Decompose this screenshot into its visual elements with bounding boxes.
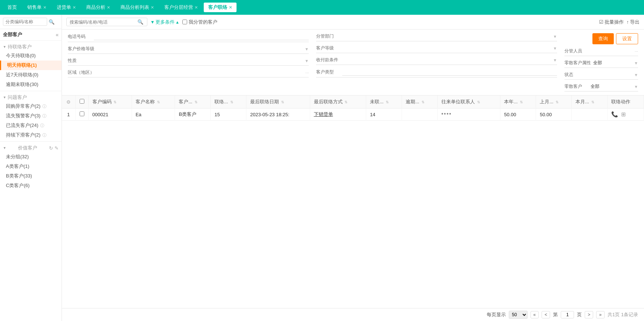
sidebar-item-declining[interactable]: 持续下滑客户(2) ⓘ: [0, 130, 62, 140]
nav-customer-tier-close[interactable]: ✕: [195, 5, 198, 10]
th-last-date[interactable]: 最后联络日期 ⇅: [246, 96, 310, 108]
filter-col3: 查询 设置 分管人员 ··· 零散客户属性 全部 ▼ 状态: [564, 33, 638, 92]
th-code[interactable]: 客户编码 ⇅: [88, 96, 132, 108]
my-customers-checkbox[interactable]: [182, 20, 187, 24]
td-contact-count: 15: [211, 108, 246, 121]
th-uncontacted[interactable]: 未联... ⇅: [366, 96, 402, 108]
search-submit-icon[interactable]: 🔍: [137, 19, 143, 25]
sidebar-item-churn-warn[interactable]: 流失预警客户(3) ⓘ: [0, 111, 62, 121]
th-contact-count[interactable]: 联络... ⇅: [211, 96, 246, 108]
value-group-refresh[interactable]: ↻: [49, 145, 53, 151]
reset-btn[interactable]: 设置: [616, 33, 638, 44]
divider-2: [0, 91, 62, 91]
payment-chevron[interactable]: ▼: [553, 58, 557, 62]
settings-icon[interactable]: ⚙: [66, 99, 71, 105]
sidebar-search-input[interactable]: [3, 18, 47, 26]
search-bar: 🔍 ▼ 更多条件 ▲ 我分管的客户 ☑ 批量操作 ↑ 导出: [62, 15, 644, 30]
filter-person: 分管人员 ···: [564, 48, 638, 56]
sidebar-problem-group: 问题客户: [0, 93, 62, 101]
th-unit-contact[interactable]: 往来单位联系人 ⇅: [438, 96, 500, 108]
filter-nature: 性质 ▼: [68, 58, 309, 66]
sidebar-item-overdue[interactable]: 逾期未联络(30): [0, 80, 62, 89]
td-type: B类客户: [175, 108, 211, 121]
th-current-month[interactable]: 本月... ⇅: [572, 96, 608, 108]
grid-icon[interactable]: ⊞: [621, 111, 626, 118]
td-last-month: 50.00: [536, 108, 572, 121]
th-last-method[interactable]: 最后联络方式 ⇅: [310, 96, 366, 108]
bulk-op-btn[interactable]: ☑ 批量操作: [599, 19, 624, 25]
customer-level-chevron[interactable]: ▼: [553, 46, 557, 51]
filter-customer-level: 客户等级 ▼: [316, 45, 557, 53]
price-level-chevron[interactable]: ▼: [305, 47, 309, 51]
td-checkbox: [75, 108, 88, 121]
nav-purchase[interactable]: 进货单 ✕: [52, 3, 80, 12]
scattered-chevron[interactable]: ▼: [634, 84, 638, 89]
table-header-row: ⚙ 客户编码 ⇅ 客户名称 ⇅ 客户... ⇅ 联络... ⇅ 最后联络日期 ⇅…: [62, 96, 644, 108]
td-current-month: [572, 108, 608, 121]
sidebar-item-b-class[interactable]: B类客户(33): [0, 171, 62, 181]
scattered-attr-chevron[interactable]: ▼: [634, 61, 638, 65]
nav-customer-contact[interactable]: 客户联络 ✕: [204, 3, 237, 12]
nature-chevron[interactable]: ▼: [305, 59, 309, 63]
select-all-checkbox[interactable]: [80, 99, 84, 104]
sidebar-item-week[interactable]: 近7天待联络(0): [0, 70, 62, 80]
first-page-btn[interactable]: «: [531, 311, 539, 318]
td-overdue: [402, 108, 438, 121]
status-chevron[interactable]: ▼: [634, 73, 638, 77]
th-checkbox: [75, 96, 88, 108]
person-dots[interactable]: ···: [635, 49, 638, 54]
filter-phone-input[interactable]: [94, 33, 309, 40]
td-last-date: 2023-05-23 18:25:: [246, 108, 310, 121]
th-current-year[interactable]: 本年... ⇅: [500, 96, 536, 108]
filter-col1: 电话号码 客户价格等级 ▼ 性质 ▼ 区域（地区）: [68, 33, 309, 77]
nav-sales[interactable]: 销售单 ✕: [23, 3, 51, 12]
td-last-method[interactable]: 下销货单: [310, 108, 366, 121]
nav-product-analysis[interactable]: 商品分析 ✕: [82, 3, 115, 12]
nav-customer-tier[interactable]: 客户分层经营 ✕: [160, 3, 202, 12]
filter-customer-type-input[interactable]: [342, 69, 557, 76]
page-size-select[interactable]: 50 100 200: [509, 311, 528, 319]
sidebar-item-tomorrow[interactable]: 明天待联络(1): [0, 61, 62, 70]
sidebar-item-today[interactable]: 今天待联络(0): [0, 51, 62, 61]
value-group-edit[interactable]: ✎: [55, 145, 59, 151]
dept-chevron[interactable]: ▼: [553, 34, 557, 39]
total-records: 共1页 1条记录: [608, 311, 638, 318]
nav-product-list[interactable]: 商品分析列表 ✕: [116, 3, 158, 12]
export-btn[interactable]: ↑ 导出: [627, 19, 640, 25]
next-page-btn[interactable]: >: [585, 311, 593, 318]
th-last-month[interactable]: 上月... ⇅: [536, 96, 572, 108]
prev-page-btn[interactable]: <: [542, 311, 550, 318]
page-num-input[interactable]: [561, 311, 574, 318]
nav-product-list-close[interactable]: ✕: [151, 5, 154, 10]
nav-purchase-close[interactable]: ✕: [73, 5, 76, 10]
content-area: 🔍 ▼ 更多条件 ▲ 我分管的客户 ☑ 批量操作 ↑ 导出: [62, 15, 644, 321]
th-name[interactable]: 客户名称 ⇅: [132, 96, 175, 108]
sidebar-item-churned[interactable]: 已流失客户(24) ⓘ: [0, 121, 62, 130]
query-btn[interactable]: 查询: [592, 33, 614, 44]
nav-sales-close[interactable]: ✕: [43, 5, 46, 10]
sidebar-item-abnormal[interactable]: 回购异常客户(2) ⓘ: [0, 101, 62, 111]
row-checkbox[interactable]: [80, 111, 84, 116]
search-input-wrap: 🔍: [66, 18, 147, 26]
sidebar-item-ungroup[interactable]: 未分组(32): [0, 152, 62, 162]
nav-product-analysis-close[interactable]: ✕: [107, 5, 110, 10]
region-dots[interactable]: ···: [305, 70, 309, 75]
last-page-btn[interactable]: »: [596, 311, 605, 318]
nav-home[interactable]: 首页: [3, 3, 21, 12]
nav-customer-contact-close[interactable]: ✕: [229, 5, 232, 10]
th-type[interactable]: 客户... ⇅: [175, 96, 211, 108]
filter-payment: 收付款条件 ▼: [316, 57, 557, 65]
td-current-year: 50.00: [500, 108, 536, 121]
phone-icon[interactable]: 📞: [611, 111, 618, 118]
th-overdue[interactable]: 逾期... ⇅: [402, 96, 438, 108]
filter-status: 状态 ▼: [564, 72, 638, 80]
sidebar-collapse-btn[interactable]: «: [56, 32, 59, 38]
filter-price-level: 客户价格等级 ▼: [68, 46, 309, 54]
search-input[interactable]: [70, 20, 136, 25]
search-bar-right: ☑ 批量操作 ↑ 导出: [599, 19, 640, 25]
more-conditions-btn[interactable]: ▼ 更多条件 ▲: [150, 19, 179, 25]
sidebar-item-c-class[interactable]: C类客户(6): [0, 181, 62, 190]
sidebar-item-a-class[interactable]: A类客户(1): [0, 162, 62, 171]
th-settings[interactable]: ⚙: [62, 96, 75, 108]
sidebar-search-icon[interactable]: 🔍: [49, 19, 55, 25]
